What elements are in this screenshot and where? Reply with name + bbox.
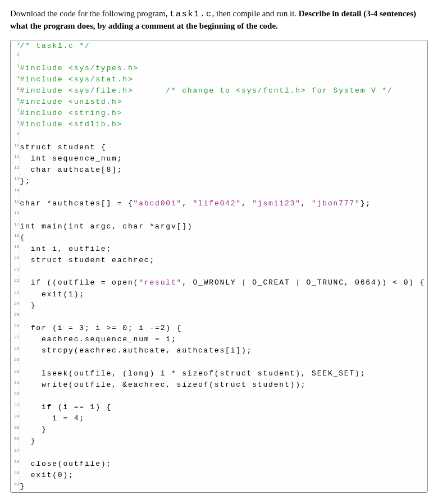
code-content: i = 4; — [20, 413, 427, 424]
line-number: 32 — [11, 391, 20, 402]
code-line: 29 — [11, 356, 427, 368]
code-line: 18{ — [11, 232, 427, 244]
code-content: } — [20, 424, 427, 436]
line-number: 15 — [11, 198, 20, 209]
code-line: 35 } — [11, 424, 427, 436]
code-content: #include <string.h> — [20, 108, 427, 119]
code-line: 3#include <sys/types.h> — [11, 63, 427, 74]
code-line: 32 — [11, 391, 427, 402]
code-content — [20, 311, 427, 323]
code-line: 1/* task1.c */ — [11, 40, 427, 52]
code-line: 21 — [11, 266, 427, 277]
code-content — [20, 52, 427, 63]
line-number: 7 — [11, 108, 20, 119]
code-content: for (i = 3; i >= 0; i -=2) { — [20, 323, 427, 334]
line-number: 37 — [11, 447, 20, 459]
code-content: write(outfile, &eachrec, sizeof(struct s… — [20, 379, 427, 391]
code-line: 33 if (i == 1) { — [11, 402, 427, 413]
code-content: #include <sys/types.h> — [20, 63, 427, 74]
code-content: } — [20, 436, 427, 447]
line-number: 39 — [11, 470, 20, 481]
code-content: char *authcates[] = {"abcd001", "life042… — [20, 198, 427, 209]
code-line: 20 struct student eachrec; — [11, 255, 427, 266]
line-number: 6 — [11, 97, 20, 108]
line-number: 30 — [11, 368, 20, 379]
line-number: 17 — [11, 221, 20, 232]
code-content: } — [20, 300, 427, 311]
line-number: 38 — [11, 459, 20, 470]
code-line: 5#include <sys/file.h> /* change to <sys… — [11, 85, 427, 97]
code-line: 12 char authcate[8]; — [11, 164, 427, 176]
code-line: 7#include <string.h> — [11, 108, 427, 119]
code-content: #include <sys/file.h> /* change to <sys/… — [20, 85, 427, 97]
code-line: 19 int i, outfile; — [11, 244, 427, 255]
code-content: } — [20, 481, 427, 492]
line-number: 40 — [11, 481, 20, 492]
code-line: 36 } — [11, 436, 427, 447]
code-content — [20, 356, 427, 368]
line-number: 29 — [11, 356, 20, 368]
code-content: char authcate[8]; — [20, 164, 427, 176]
code-content: struct student eachrec; — [20, 255, 427, 266]
line-number: 26 — [11, 323, 20, 334]
line-number: 19 — [11, 244, 20, 255]
code-line: 26 for (i = 3; i >= 0; i -=2) { — [11, 323, 427, 334]
line-number: 2 — [11, 52, 20, 63]
code-line: 23 exit(1); — [11, 289, 427, 300]
code-content — [20, 131, 427, 142]
code-content: int sequence_num; — [20, 153, 427, 164]
code-line: 6#include <unistd.h> — [11, 97, 427, 108]
instruction-part-2: , then compile and run it. — [212, 9, 299, 18]
code-line: 31 write(outfile, &eachrec, sizeof(struc… — [11, 379, 427, 391]
line-number: 4 — [11, 74, 20, 85]
code-content: #include <unistd.h> — [20, 97, 427, 108]
code-line: 40} — [11, 481, 427, 492]
code-content — [20, 210, 427, 221]
code-line: 4#include <sys/stat.h> — [11, 74, 427, 85]
line-number: 16 — [11, 210, 20, 221]
code-content: strcpy(eachrec.authcate, authcates[i]); — [20, 345, 427, 356]
code-content: close(outfile); — [20, 459, 427, 470]
code-content: }; — [20, 176, 427, 187]
code-content: if (i == 1) { — [20, 402, 427, 413]
line-number: 21 — [11, 266, 20, 277]
instruction-text: Download the code for the following prog… — [10, 8, 428, 32]
code-content: struct student { — [20, 142, 427, 153]
code-content — [20, 266, 427, 277]
code-content: { — [20, 232, 427, 244]
code-line: 38 close(outfile); — [11, 459, 427, 470]
line-number: 33 — [11, 402, 20, 413]
code-content — [20, 187, 427, 198]
line-number: 13 — [11, 176, 20, 187]
line-number: 23 — [11, 289, 20, 300]
code-table: 1/* task1.c */2 3#include <sys/types.h>4… — [11, 40, 427, 493]
code-listing: 1/* task1.c */2 3#include <sys/types.h>4… — [10, 40, 428, 493]
instruction-part-1: Download the code for the following prog… — [10, 9, 170, 18]
code-content: exit(1); — [20, 289, 427, 300]
line-number: 3 — [11, 63, 20, 74]
code-line: 14 — [11, 187, 427, 198]
code-line: 9 — [11, 131, 427, 142]
code-line: 10struct student { — [11, 142, 427, 153]
line-number: 14 — [11, 187, 20, 198]
line-number: 28 — [11, 345, 20, 356]
code-content: eachrec.sequence_num = i; — [20, 334, 427, 345]
code-content: #include <stdlib.h> — [20, 119, 427, 130]
line-number: 12 — [11, 164, 20, 176]
code-line: 24 } — [11, 300, 427, 311]
code-content — [20, 391, 427, 402]
code-line: 17int main(int argc, char *argv[]) — [11, 221, 427, 232]
code-content: int i, outfile; — [20, 244, 427, 255]
line-number: 36 — [11, 436, 20, 447]
instruction-filename: task1.c — [170, 10, 212, 19]
code-line: 8#include <stdlib.h> — [11, 119, 427, 130]
line-number: 24 — [11, 300, 20, 311]
code-content: exit(0); — [20, 470, 427, 481]
code-content: lseek(outfile, (long) i * sizeof(struct … — [20, 368, 427, 379]
code-content: /* task1.c */ — [20, 40, 427, 52]
code-line: 30 lseek(outfile, (long) i * sizeof(stru… — [11, 368, 427, 379]
code-line: 28 strcpy(eachrec.authcate, authcates[i]… — [11, 345, 427, 356]
line-number: 25 — [11, 311, 20, 323]
code-line: 22 if ((outfile = open("result", O_WRONL… — [11, 277, 427, 288]
line-number: 8 — [11, 119, 20, 130]
